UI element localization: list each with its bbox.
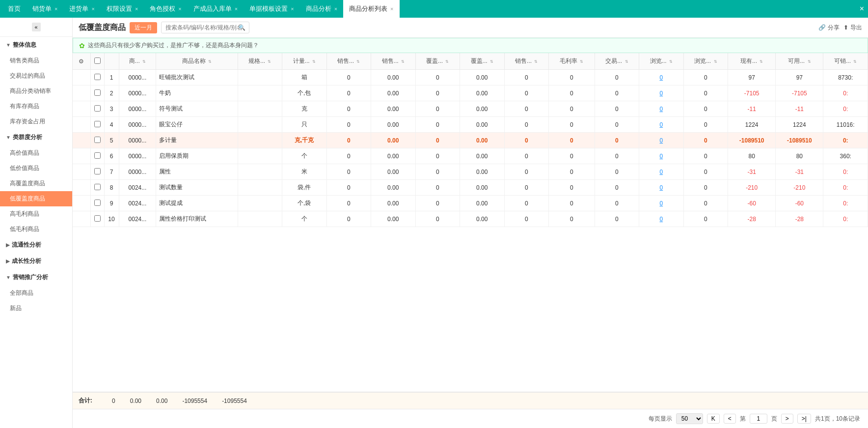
close-icon[interactable]: × bbox=[178, 6, 181, 12]
close-icon[interactable]: × bbox=[235, 6, 238, 12]
row-checkbox[interactable] bbox=[90, 86, 104, 101]
close-icon[interactable]: × bbox=[390, 6, 393, 12]
nav-tab-purchase[interactable]: 进货单 × bbox=[63, 0, 100, 18]
row-browse1[interactable]: 0 bbox=[639, 86, 684, 101]
sidebar-item-inventory-capital[interactable]: 库存资金占用 bbox=[0, 114, 72, 129]
sidebar-item-high-margin[interactable]: 高毛利商品 bbox=[0, 206, 72, 222]
row-browse1[interactable]: 0 bbox=[639, 148, 684, 164]
col-header-unit[interactable]: 计量... ⇅ bbox=[282, 53, 327, 70]
col-header-sales-amount[interactable]: 销售... ⇅ bbox=[371, 53, 416, 70]
row-browse1[interactable]: 0 bbox=[639, 180, 684, 196]
col-header-sales3[interactable]: 销售... ⇅ bbox=[504, 53, 549, 70]
next-page-button[interactable]: > bbox=[781, 414, 793, 424]
row-browse1[interactable]: 0 bbox=[639, 211, 684, 227]
row-code: 0000... bbox=[119, 133, 156, 148]
row-checkbox[interactable] bbox=[90, 180, 104, 196]
row-checkbox[interactable] bbox=[90, 148, 104, 164]
close-icon[interactable]: × bbox=[334, 6, 337, 12]
row-checkbox[interactable] bbox=[90, 117, 104, 133]
nav-tab-template[interactable]: 单据模板设置 × bbox=[244, 0, 299, 18]
nav-tab-product-analysis-list[interactable]: 商品分析列表 × bbox=[343, 0, 399, 18]
select-all-checkbox[interactable] bbox=[94, 57, 101, 64]
page-size-select[interactable]: 50 100 200 bbox=[676, 413, 703, 424]
col-header-coverage2[interactable]: 覆盖... ⇅ bbox=[460, 53, 505, 70]
nav-tab-sales[interactable]: 销货单 × bbox=[27, 0, 63, 18]
sidebar-section-circulation[interactable]: ▶ 流通性分析 bbox=[0, 237, 72, 253]
row-code: 0000... bbox=[119, 117, 156, 133]
nav-tab-product-analysis[interactable]: 商品分析 × bbox=[300, 0, 343, 18]
col-header-trade[interactable]: 交易... ⇅ bbox=[595, 53, 639, 70]
row-available-stock: -31 bbox=[776, 164, 823, 180]
row-sales-amount: 0.00 bbox=[371, 211, 416, 227]
col-header-sales-count[interactable]: 销售... ⇅ bbox=[326, 53, 371, 70]
row-browse1[interactable]: 0 bbox=[639, 164, 684, 180]
row-sales-count: 0 bbox=[326, 86, 371, 101]
last-page-button[interactable]: >| bbox=[797, 414, 811, 424]
sidebar-item-low-value[interactable]: 低价值商品 bbox=[0, 161, 72, 176]
close-icon[interactable]: × bbox=[54, 6, 57, 12]
close-icon[interactable]: × bbox=[91, 6, 94, 12]
sidebar-item-sales-products[interactable]: 销售类商品 bbox=[0, 53, 72, 68]
row-checkbox[interactable] bbox=[90, 101, 104, 117]
content-header: 低覆盖度商品 近一月 🔍 🔗 分享 ⬆ 导出 bbox=[73, 18, 868, 38]
row-coverage1: 0 bbox=[415, 117, 460, 133]
col-header-gross-margin[interactable]: 毛利率 ⇅ bbox=[549, 53, 595, 70]
row-checkbox[interactable] bbox=[90, 211, 104, 227]
row-checkbox[interactable] bbox=[90, 133, 104, 148]
nav-tab-permission[interactable]: 权限设置 × bbox=[101, 0, 144, 18]
nav-tab-role[interactable]: 角色授权 × bbox=[144, 0, 187, 18]
col-header-current-stock[interactable]: 现有... ⇅ bbox=[728, 53, 776, 70]
prev-page-button[interactable]: < bbox=[724, 414, 736, 424]
row-browse1[interactable]: 0 bbox=[639, 196, 684, 211]
row-checkbox[interactable] bbox=[90, 196, 104, 211]
nav-tab-home[interactable]: 首页 bbox=[2, 0, 27, 18]
current-page-input[interactable] bbox=[750, 414, 767, 424]
sidebar-item-new-products[interactable]: 新品 bbox=[0, 301, 72, 316]
col-header-browse1[interactable]: 浏览... ⇅ bbox=[639, 53, 684, 70]
first-page-button[interactable]: K bbox=[707, 414, 720, 424]
sidebar-item-high-value[interactable]: 高价值商品 bbox=[0, 145, 72, 161]
table-footer: 合计: 0 0.00 0.00 -1095554 -1095554 bbox=[73, 392, 868, 409]
row-sales-count: 0 bbox=[326, 117, 371, 133]
sidebar-item-traded-products[interactable]: 交易过的商品 bbox=[0, 68, 72, 84]
share-button[interactable]: 🔗 分享 bbox=[818, 24, 840, 32]
sidebar-section-growth[interactable]: ▶ 成长性分析 bbox=[0, 253, 72, 269]
export-button[interactable]: ⬆ 导出 bbox=[843, 24, 862, 32]
sidebar-section-marketing[interactable]: ▼ 营销推广分析 bbox=[0, 269, 72, 285]
col-header-browse2[interactable]: 浏览... ⇅ bbox=[683, 53, 728, 70]
col-header-saleable[interactable]: 可销... ⇅ bbox=[823, 53, 868, 70]
sidebar-item-all-products[interactable]: 全部商品 bbox=[0, 285, 72, 301]
sidebar-collapse-button[interactable]: « bbox=[32, 23, 41, 31]
row-browse1[interactable]: 0 bbox=[639, 70, 684, 86]
row-checkbox[interactable] bbox=[90, 70, 104, 86]
row-browse1[interactable]: 0 bbox=[639, 133, 684, 148]
settings-column-header[interactable]: ⚙ bbox=[73, 53, 90, 70]
col-header-code[interactable]: 商... ⇅ bbox=[119, 53, 156, 70]
row-current-stock: 97 bbox=[728, 70, 776, 86]
row-browse1[interactable]: 0 bbox=[639, 101, 684, 117]
col-header-available-stock[interactable]: 可用... ⇅ bbox=[776, 53, 823, 70]
sidebar-item-low-coverage[interactable]: 低覆盖度商品 bbox=[0, 191, 72, 206]
row-trade: 0 bbox=[595, 148, 639, 164]
sidebar-section-overall[interactable]: ▼ 整体信息 bbox=[0, 37, 72, 53]
search-input[interactable] bbox=[161, 22, 249, 33]
sidebar-item-category-rate[interactable]: 商品分类动销率 bbox=[0, 84, 72, 99]
window-close-button[interactable]: × bbox=[860, 4, 864, 13]
row-checkbox[interactable] bbox=[90, 164, 104, 180]
sidebar-item-inventory-products[interactable]: 有库存商品 bbox=[0, 99, 72, 114]
row-saleable: 0: bbox=[823, 86, 868, 101]
sidebar-section-cluster[interactable]: ▼ 类群度分析 bbox=[0, 129, 72, 145]
close-icon[interactable]: × bbox=[291, 6, 294, 12]
col-header-coverage1[interactable]: 覆盖... ⇅ bbox=[415, 53, 460, 70]
sidebar-item-low-margin[interactable]: 低毛利商品 bbox=[0, 222, 72, 237]
sidebar-item-high-coverage[interactable]: 高覆盖度商品 bbox=[0, 176, 72, 191]
page-suffix: 页 bbox=[771, 415, 777, 423]
nav-tab-product-warehouse[interactable]: 产成品入库单 × bbox=[188, 0, 244, 18]
col-header-spec[interactable]: 规格... ⇅ bbox=[238, 53, 282, 70]
row-actions bbox=[73, 70, 90, 86]
date-filter-button[interactable]: 近一月 bbox=[130, 22, 157, 33]
col-header-name[interactable]: 商品名称 ⇅ bbox=[156, 53, 238, 70]
row-coverage2: 0.00 bbox=[460, 86, 505, 101]
close-icon[interactable]: × bbox=[135, 6, 138, 12]
row-browse1[interactable]: 0 bbox=[639, 117, 684, 133]
